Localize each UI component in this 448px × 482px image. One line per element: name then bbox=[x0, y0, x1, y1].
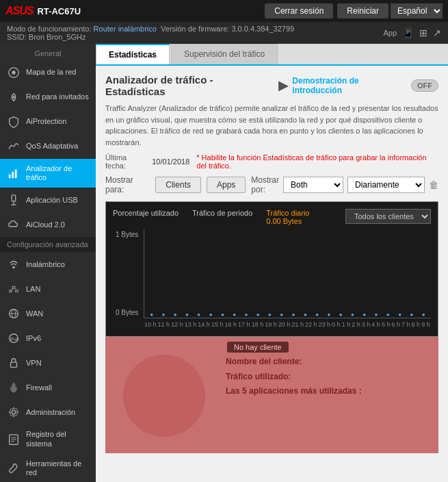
language-select[interactable]: Español English bbox=[391, 3, 443, 18]
firmware-label: Versión de firmware: bbox=[159, 25, 229, 33]
chart-dot: ● bbox=[185, 312, 189, 318]
show-by-select[interactable]: Both Upload Download bbox=[283, 177, 343, 193]
clients-button[interactable]: Clients bbox=[155, 177, 201, 193]
share-icon[interactable]: ↗ bbox=[433, 27, 441, 38]
tab-supervision[interactable]: Supervisión del tráfico bbox=[171, 44, 278, 64]
toggle-off-button[interactable]: OFF bbox=[411, 79, 438, 92]
sidebar-item-admin[interactable]: Administración bbox=[0, 400, 96, 424]
chart-dot: ● bbox=[150, 312, 153, 318]
x-tick: 20 h bbox=[278, 321, 291, 328]
app-label: App bbox=[383, 29, 397, 37]
demo-label[interactable]: Demostración de introducción bbox=[292, 76, 407, 95]
x-tick: 3 h bbox=[362, 321, 371, 328]
clients-dropdown[interactable]: Todos los clientes bbox=[345, 209, 431, 224]
x-tick: 21 h bbox=[291, 321, 304, 328]
sidebar-item-network-map[interactable]: Mapa de la red bbox=[0, 60, 96, 85]
aiprotection-icon bbox=[7, 115, 21, 129]
play-icon: ▶ bbox=[278, 78, 288, 93]
lan-label: LAN bbox=[26, 285, 40, 294]
general-title: General bbox=[0, 44, 96, 60]
pie-chart bbox=[116, 348, 212, 444]
sidebar-item-aiprotection[interactable]: AiProtection bbox=[0, 110, 96, 134]
sidebar-item-usb-app[interactable]: Aplicación USB bbox=[0, 188, 96, 212]
sidebar-item-guest-network[interactable]: Red para invitados bbox=[0, 85, 96, 110]
sidebar-item-firewall[interactable]: Firewall bbox=[0, 375, 96, 400]
sidebar: General Mapa de la red Red para invitado… bbox=[0, 44, 96, 482]
x-tick: 19 h bbox=[265, 321, 277, 328]
last-date-value: 10/01/2018 bbox=[152, 157, 189, 166]
sidebar-item-qos[interactable]: QoS Adaptativa bbox=[0, 134, 96, 159]
x-tick: 17 h bbox=[238, 321, 250, 328]
qos-icon bbox=[7, 140, 21, 153]
chart-area: 1 Bytes 0 Bytes ● ● ● ● ● ● ● ● ● ● bbox=[144, 229, 431, 318]
page-title: Analizador de tráfico - Estadísticas bbox=[105, 74, 272, 97]
chart-dot: ● bbox=[280, 312, 283, 318]
advanced-title: Configuración avanzada bbox=[0, 237, 96, 252]
ssid-values: Bron Bron_5GHz bbox=[29, 33, 86, 41]
apps-button[interactable]: Apps bbox=[207, 177, 246, 193]
aicloud-icon bbox=[7, 218, 21, 231]
x-tick: 7 h bbox=[401, 321, 410, 328]
sub-header-icons: App 📱 ⊞ ↗ bbox=[383, 27, 441, 38]
firewall-label: Firewall bbox=[26, 383, 52, 392]
sidebar-item-vpn[interactable]: VPN bbox=[0, 351, 96, 375]
sidebar-item-traffic-analyzer[interactable]: Analizador de tráfico bbox=[0, 159, 96, 188]
mode-value[interactable]: Router inalámbrico bbox=[94, 25, 157, 33]
usb-app-label: Aplicación USB bbox=[26, 196, 78, 205]
chart-dot: ● bbox=[209, 312, 213, 318]
svg-rect-6 bbox=[12, 195, 15, 201]
delete-icon[interactable]: 🗑 bbox=[429, 179, 438, 190]
controls-right: Mostrar por: Both Upload Download Diaria… bbox=[251, 175, 438, 194]
period-select[interactable]: Diariamente Mensualmente bbox=[347, 177, 425, 193]
qos-label: QoS Adaptativa bbox=[26, 142, 78, 151]
demo-btn: ▶ Demostración de introducción OFF bbox=[278, 76, 438, 95]
content-area: Estadísticas Supervisión del tráfico Ana… bbox=[96, 44, 448, 482]
close-session-button[interactable]: Cerrar sesión bbox=[265, 3, 333, 18]
chart-dot: ● bbox=[363, 312, 366, 318]
chart-dot: ● bbox=[244, 312, 248, 318]
chart-dot: ● bbox=[268, 312, 272, 318]
wireless-icon bbox=[7, 257, 21, 271]
mode-label: Modo de funcionamiento: bbox=[7, 25, 92, 33]
x-tick: 13 h bbox=[185, 321, 197, 328]
vpn-label: VPN bbox=[26, 359, 42, 368]
x-tick: 9 h bbox=[421, 321, 430, 328]
sidebar-item-ipv6[interactable]: IPv6 IPv6 bbox=[0, 326, 96, 351]
chart-dot: ● bbox=[422, 312, 425, 318]
sidebar-item-tools[interactable]: Herramientas de red bbox=[0, 454, 96, 482]
ipv6-icon: IPv6 bbox=[7, 331, 21, 345]
main-layout: General Mapa de la red Red para invitado… bbox=[0, 44, 448, 482]
tab-estadisticas[interactable]: Estadísticas bbox=[96, 44, 170, 64]
svg-point-21 bbox=[12, 411, 15, 414]
chart-dot: ● bbox=[327, 312, 330, 318]
sidebar-item-wireless[interactable]: Inalámbrico bbox=[0, 252, 96, 277]
chart-col2: Tráfico de periodo bbox=[192, 209, 252, 225]
no-client-label: No hay cliente bbox=[227, 342, 289, 353]
guest-network-icon bbox=[7, 90, 21, 104]
chart-col3-value: 0.00 Bytes bbox=[266, 217, 302, 225]
lan-icon bbox=[7, 282, 21, 296]
restart-button[interactable]: Reiniciar bbox=[337, 3, 388, 18]
enable-link[interactable]: * Habilite la función Estadísticas de tr… bbox=[196, 153, 438, 170]
page-title-row: Analizador de tráfico - Estadísticas ▶ D… bbox=[105, 74, 438, 97]
x-tick: 5 h bbox=[382, 321, 391, 328]
y-label-top: 1 Bytes bbox=[116, 231, 138, 238]
x-tick: 12 h bbox=[171, 321, 183, 328]
sidebar-item-aicloud[interactable]: AiCloud 2.0 bbox=[0, 212, 96, 237]
chart-dot: ● bbox=[410, 312, 413, 318]
asus-logo: ASUS bbox=[5, 5, 33, 17]
chart-x-axis: 10 h 11 h 12 h 13 h 14 h 15 h 16 h 17 h … bbox=[144, 320, 431, 329]
ssid-label: SSID: bbox=[7, 33, 27, 41]
x-tick: 14 h bbox=[198, 321, 210, 328]
header: ASUS RT-AC67U Cerrar sesión Reiniciar Es… bbox=[0, 0, 448, 22]
x-tick: 10 h bbox=[144, 321, 157, 328]
toggle-label: OFF bbox=[417, 81, 432, 90]
sidebar-item-wan[interactable]: WAN bbox=[0, 301, 96, 326]
qr-icon[interactable]: ⊞ bbox=[419, 27, 427, 38]
svg-point-2 bbox=[12, 96, 15, 99]
sidebar-item-lan[interactable]: LAN bbox=[0, 277, 96, 301]
sidebar-item-syslog[interactable]: Registro del sistema bbox=[0, 424, 96, 453]
phone-icon[interactable]: 📱 bbox=[402, 27, 414, 38]
wan-icon bbox=[7, 307, 21, 320]
tools-label: Herramientas de red bbox=[26, 459, 89, 477]
